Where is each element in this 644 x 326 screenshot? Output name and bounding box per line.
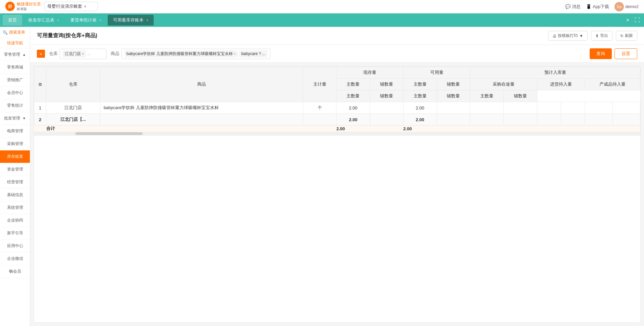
sidebar-item-finance-mgmt[interactable]: 资金管理: [0, 163, 30, 176]
industry-selector[interactable]: 母婴行业演示账套 ▼: [44, 2, 98, 11]
tab-order-stats[interactable]: 要货单统计表 ×: [65, 15, 107, 26]
sidebar-item-enterprise-collab[interactable]: 企业协同: [0, 214, 30, 227]
tab-bar: 首页 收发存汇总表 × 要货单统计表 × 可用量库存账本 × × ⛶: [0, 13, 644, 27]
col-settings[interactable]: ⚙: [34, 67, 46, 102]
sidebar: 🔍 搜索菜单 快捷导航 零售管理 ▲ 零售商城 营销推广 会员中心 零售统计 批…: [0, 27, 30, 326]
sidebar-item-retail-mall[interactable]: 零售商城: [0, 61, 30, 74]
tab-order-stats-close[interactable]: ×: [99, 18, 101, 22]
settings-btn[interactable]: 设置: [614, 48, 637, 59]
sidebar-item-ecommerce-mgmt-label: 电商管理: [7, 128, 23, 134]
filter-warehouse-remove[interactable]: ×: [82, 52, 84, 56]
tab-available-stock[interactable]: 可用量库存账本 ×: [108, 15, 154, 26]
row1-incoming-aux: [561, 102, 585, 114]
message-btn[interactable]: 💬 消息: [565, 4, 581, 10]
sidebar-item-inventory-label: 库存核算: [7, 154, 23, 159]
filter-product-input[interactable]: babycare学饮杯 儿童防摔防撞吸管杯重力球吸嘴杯宝宝水杯 × babyca…: [121, 49, 270, 59]
app-download-btn[interactable]: 📱 App下载: [586, 4, 609, 10]
total-purchase-main: [470, 126, 504, 132]
sidebar-item-basic-info[interactable]: 基础信息: [0, 189, 30, 201]
sidebar-item-retail-mgmt-label: 零售管理: [4, 52, 20, 57]
sidebar-item-member-center-label: 会员中心: [7, 90, 23, 96]
sidebar-item-member-center[interactable]: 会员中心: [0, 87, 30, 99]
sidebar-item-marketing-label: 营销推广: [7, 77, 23, 83]
tab-order-stats-label: 要货单统计表: [70, 17, 97, 23]
chevron-down-icon2: ▼: [22, 117, 26, 120]
tab-receive-summary[interactable]: 收发存汇总表 ×: [23, 15, 64, 26]
sidebar-search-label: 搜索菜单: [9, 30, 25, 35]
filter-warehouse-value: 江北门店: [65, 51, 81, 57]
filter-area: » 仓库 江北门店 × ... 商品 babycare学饮杯 儿童防摔防撞吸管杯…: [30, 45, 644, 63]
print-icon: 🖨: [552, 34, 556, 38]
filter-product-label: 商品: [111, 51, 119, 57]
filter-product-value1: babycare学饮杯 儿童防摔防撞吸管杯重力球吸嘴杯宝宝水杯: [126, 51, 233, 57]
sidebar-item-retail-mgmt[interactable]: 零售管理 ▲: [0, 48, 30, 61]
total-label: 合计: [46, 126, 336, 132]
col-stock: 现存量: [336, 67, 403, 79]
sidebar-item-app-center[interactable]: 应用中心: [0, 240, 30, 252]
filter-warehouse-label: 仓库: [49, 51, 58, 57]
filter-warehouse-input[interactable]: 江北门店 × ...: [60, 49, 107, 59]
sidebar-item-sys-mgmt[interactable]: 系统管理: [0, 201, 30, 214]
horizontal-scrollbar[interactable]: [34, 132, 640, 136]
sidebar-item-sys-mgmt-label: 系统管理: [7, 205, 23, 211]
export-btn[interactable]: ⬆ 导出: [591, 31, 612, 41]
row2-finished-aux: [612, 114, 640, 126]
col-finished-main: 主数量: [470, 90, 504, 102]
tab-expand-btn[interactable]: ⛶: [633, 16, 641, 25]
tab-bar-actions: × ⛶: [625, 16, 641, 25]
filter-expand-btn[interactable]: »: [37, 50, 45, 58]
sidebar-search[interactable]: 🔍 搜索菜单: [0, 27, 30, 38]
filter-product-group: 商品 babycare学饮杯 儿童防摔防撞吸管杯重力球吸嘴杯宝宝水杯 × bab…: [111, 49, 270, 59]
sidebar-item-ops-mgmt[interactable]: 经营管理: [0, 176, 30, 189]
sidebar-item-wholesale-mgmt[interactable]: 批发管理 ▼: [0, 112, 30, 125]
tab-available-stock-close[interactable]: ×: [146, 18, 148, 22]
sidebar-item-marketing[interactable]: 营销推广: [0, 74, 30, 87]
filter-product-tag2: babycare？...: [239, 50, 267, 57]
row2-finished-main: [585, 114, 612, 126]
sidebar-item-purchase-mgmt[interactable]: 采购管理: [0, 138, 30, 150]
table-container: ⚙ 仓库 商品 主计量 现存量 可用量 预计入库量 主数量 辅数量 主数量 辅数…: [34, 66, 641, 323]
sidebar-item-retail-mall-label: 零售商城: [7, 64, 23, 70]
sidebar-item-inventory[interactable]: 库存核算: [0, 150, 30, 163]
sidebar-item-new-guide[interactable]: 新手引导: [0, 227, 30, 240]
sidebar-item-enterprise-wechat[interactable]: 企业微信: [0, 252, 30, 265]
page-actions: 🖨 按模板打印 ▼ ⬆ 导出 ↻ 刷新: [548, 31, 637, 41]
row1-avail-aux: [437, 102, 470, 114]
row1-stock-main: 2.00: [336, 102, 370, 114]
row1-product: babycare学饮杯 儿童防摔防撞吸管杯重力球吸嘴杯宝宝水杯: [100, 102, 303, 114]
template-print-btn[interactable]: 🖨 按模板打印 ▼: [548, 31, 588, 41]
tab-close-all-btn[interactable]: ×: [625, 16, 631, 25]
tab-receive-summary-close[interactable]: ×: [57, 18, 59, 22]
user-area[interactable]: Ea demo2: [614, 2, 639, 11]
avatar: Ea: [614, 2, 624, 11]
logo-area: 好 畅捷通好生意 标准版: [5, 2, 41, 11]
logo-text: 畅捷通好生意: [17, 2, 41, 6]
filter-product-value2: babycare？...: [241, 51, 265, 57]
message-label: 消息: [572, 4, 581, 10]
sidebar-quick-nav[interactable]: 快捷导航: [0, 38, 30, 48]
sidebar-item-finance-mgmt-label: 资金管理: [7, 167, 23, 172]
sidebar-item-vip-member[interactable]: 畅会员: [0, 265, 30, 278]
refresh-btn[interactable]: ↻ 刷新: [616, 31, 637, 41]
sidebar-item-retail-stats[interactable]: 零售统计: [0, 99, 30, 112]
query-btn[interactable]: 查询: [590, 48, 612, 59]
sidebar-item-enterprise-wechat-label: 企业微信: [7, 256, 23, 262]
scroll-thumb[interactable]: [75, 132, 143, 135]
filter-warehouse-more[interactable]: ...: [87, 51, 91, 56]
row1-purchase-main: [470, 102, 504, 114]
page-title: 可用量查询(按仓库+商品): [37, 32, 97, 39]
row2-warehouse: 江北门店【...: [46, 114, 100, 126]
total-empty1: [34, 126, 46, 132]
logo-sub: 标准版: [17, 7, 41, 11]
col-warehouse: 仓库: [46, 67, 100, 102]
sidebar-item-ecommerce-mgmt[interactable]: 电商管理: [0, 125, 30, 138]
sidebar-item-basic-info-label: 基础信息: [7, 192, 23, 198]
user-name: demo2: [625, 4, 639, 9]
logo-text-area: 畅捷通好生意 标准版: [17, 2, 41, 11]
filter-product-remove1[interactable]: ×: [234, 52, 236, 56]
tab-home[interactable]: 首页: [3, 15, 22, 26]
row2-stock-aux: [370, 114, 404, 126]
total-purchase-aux: [503, 126, 537, 132]
top-bar-right: 💬 消息 📱 App下载 Ea demo2: [565, 2, 639, 11]
filter-product-tag1: babycare学饮杯 儿童防摔防撞吸管杯重力球吸嘴杯宝宝水杯 ×: [124, 50, 238, 57]
